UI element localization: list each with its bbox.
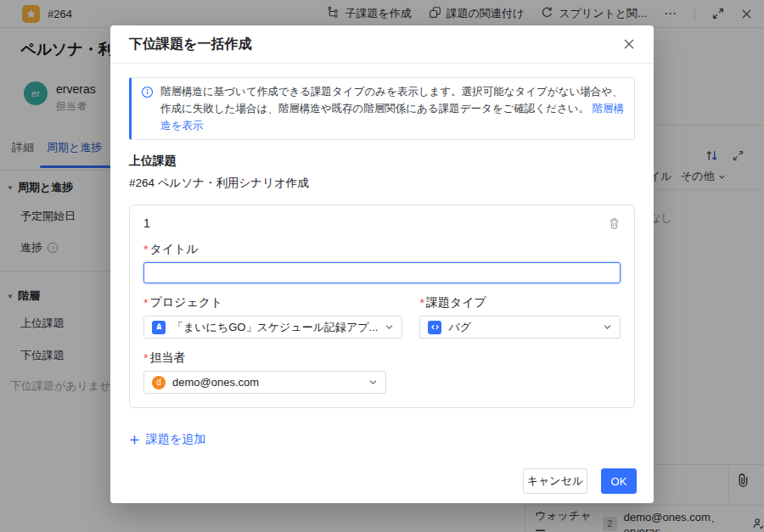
title-field-label: * タイトル bbox=[143, 242, 621, 257]
project-select[interactable]: 「まいにちGO」スケジュール記録アプ... bbox=[143, 316, 402, 339]
project-column: * プロジェクト 「まいにちGO」スケジュール記録アプ... bbox=[143, 283, 402, 339]
project-type-row: * プロジェクト 「まいにちGO」スケジュール記録アプ... bbox=[143, 283, 621, 339]
alert-text: 階層構造に基づいて作成できる課題タイプのみを表示します。選択可能なタイプがない場… bbox=[160, 86, 623, 115]
chevron-down-icon bbox=[385, 322, 394, 332]
assignee-select-value: demo@ones.com bbox=[172, 376, 362, 389]
required-mark: * bbox=[143, 243, 148, 256]
bug-type-code-icon bbox=[428, 321, 441, 334]
required-mark: * bbox=[419, 296, 424, 310]
ok-button[interactable]: OK bbox=[601, 468, 637, 494]
modal-close-icon[interactable] bbox=[623, 38, 635, 50]
parent-issue-label: 上位課題 bbox=[129, 154, 635, 169]
info-circle-icon bbox=[141, 86, 154, 104]
chevron-down-icon bbox=[368, 378, 378, 387]
card-index: 1 bbox=[143, 216, 150, 230]
issue-type-column: * 課題タイプ バグ bbox=[419, 283, 621, 339]
assignee-select[interactable]: d demo@ones.com bbox=[143, 371, 386, 394]
subissue-card: 1 * タイトル * プロジェクト bbox=[129, 204, 635, 408]
card-header-row: 1 bbox=[143, 216, 621, 230]
subissue-title-input[interactable] bbox=[143, 262, 621, 283]
parent-issue-value: #264 ペルソナ・利用シナリオ作成 bbox=[129, 176, 635, 191]
batch-create-subissue-modal: 下位課題を一括作成 階層構造に基づいて作成できる課題タイプのみを表示します。選択… bbox=[110, 25, 654, 503]
modal-footer: キャンセル OK bbox=[110, 459, 654, 503]
issue-type-select-value: バグ bbox=[448, 320, 596, 335]
app-window: #264 子課題を作成 課題の関連付け bbox=[0, 0, 764, 532]
issue-type-select[interactable]: バグ bbox=[419, 316, 621, 339]
add-issue-link[interactable]: 課題を追加 bbox=[129, 432, 205, 447]
plus-icon bbox=[129, 434, 140, 445]
issue-type-field-label: * 課題タイプ bbox=[419, 295, 621, 311]
info-alert: 階層構造に基づいて作成できる課題タイプのみを表示します。選択可能なタイプがない場… bbox=[129, 77, 635, 140]
assignee-avatar-small: d bbox=[152, 376, 166, 389]
modal-body: 階層構造に基づいて作成できる課題タイプのみを表示します。選択可能なタイプがない場… bbox=[110, 64, 654, 449]
modal-title: 下位課題を一括作成 bbox=[129, 36, 251, 53]
cancel-button[interactable]: キャンセル bbox=[523, 468, 587, 494]
required-mark: * bbox=[143, 296, 148, 310]
delete-card-trash-icon[interactable] bbox=[608, 217, 621, 230]
modal-header: 下位課題を一括作成 bbox=[110, 25, 654, 64]
project-rocket-icon bbox=[152, 321, 166, 334]
project-field-label: * プロジェクト bbox=[143, 295, 402, 311]
assignee-field-label: * 担当者 bbox=[143, 350, 621, 366]
required-mark: * bbox=[143, 351, 148, 365]
project-select-value: 「まいにちGO」スケジュール記録アプ... bbox=[172, 320, 378, 335]
chevron-down-icon bbox=[603, 322, 612, 332]
